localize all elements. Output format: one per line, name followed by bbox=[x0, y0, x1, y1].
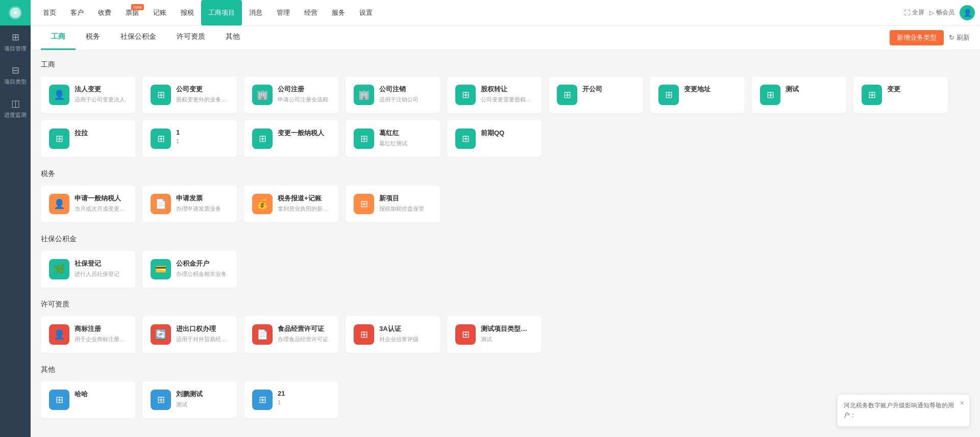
card-icon-symbol: ⊞ bbox=[157, 133, 165, 144]
card-change-tax[interactable]: ⊞ 变更一般纳税人 bbox=[244, 120, 338, 157]
nav-item-accounting[interactable]: 记账 bbox=[146, 0, 174, 25]
card-icon-symbol: 📄 bbox=[257, 329, 268, 340]
card-apply-tax[interactable]: 👤 申请一般纳税人 当月或次月成变更完成 bbox=[41, 186, 135, 222]
tab-social-fund[interactable]: 社保公积金 bbox=[110, 25, 166, 50]
card-change[interactable]: ⊞ 变更 bbox=[853, 76, 948, 113]
card-qiqi-qq[interactable]: ⊞ 前期QQ bbox=[447, 120, 542, 157]
card-info-import-export: 进出口权办理 适用于对外贸易经营者 bbox=[176, 324, 229, 343]
nav-item-operation[interactable]: 经营 bbox=[297, 0, 325, 25]
nav-item-service[interactable]: 服务 bbox=[325, 0, 352, 25]
add-type-button[interactable]: 新增业务类型 bbox=[890, 30, 944, 45]
card-company-cancel[interactable]: 🏢 公司注销 适用于注销公司 bbox=[346, 76, 440, 113]
card-info-new-project: 新项目 报税加税控盘保管 bbox=[379, 194, 432, 213]
card-haha[interactable]: ⊞ 哈哈 bbox=[41, 381, 135, 418]
card-icon-twenty-one: ⊞ bbox=[252, 390, 273, 410]
card-equity-transfer[interactable]: ⊞ 股权转让 公司变更需要股权转让 bbox=[447, 76, 542, 113]
card-name-change: 变更 bbox=[887, 85, 940, 94]
card-icon-symbol: 💳 bbox=[155, 264, 166, 275]
card-icon-test: ⊞ bbox=[760, 85, 780, 105]
card-name-fund-open: 公积金开户 bbox=[176, 259, 229, 268]
sidebar-item-project-mgmt[interactable]: ⊞ 项目管理 bbox=[0, 25, 31, 59]
card-company-register[interactable]: 🏢 公司注册 申请公司注册全流程 bbox=[244, 76, 338, 113]
card-name-new-project: 新项目 bbox=[379, 194, 432, 203]
nav-item-message[interactable]: 消息 bbox=[242, 0, 270, 25]
card-icon-company-change: ⊞ bbox=[151, 85, 171, 105]
card-legal-change[interactable]: 👤 法人变更 适用于公司变更法人 bbox=[41, 76, 135, 113]
card-new-project[interactable]: ⊞ 新项目 报税加税控盘保管 bbox=[346, 186, 440, 222]
nav-item-customer[interactable]: 客户 bbox=[63, 0, 91, 25]
card-icon-symbol: ⊞ bbox=[157, 89, 165, 100]
card-open-company[interactable]: ⊞ 开公司 bbox=[549, 76, 643, 113]
card-apply-invoice[interactable]: 📄 申请发票 办理申请发票业务 bbox=[142, 186, 237, 222]
sidebar-item-project-type[interactable]: ⊟ 项目类型 bbox=[0, 59, 31, 92]
sidebar-item-label: 进度监测 bbox=[4, 111, 27, 119]
card-name-food-license: 食品经营许可证 bbox=[278, 324, 330, 333]
tab-other[interactable]: 其他 bbox=[215, 25, 250, 50]
card-lala[interactable]: ⊞ 拉拉 bbox=[41, 120, 135, 157]
nav-item-business[interactable]: 工商项目 bbox=[201, 0, 242, 25]
card-desc-company-cancel: 适用于注销公司 bbox=[379, 96, 432, 104]
card-icon-symbol: ⊞ bbox=[360, 133, 368, 144]
card-icon-symbol: ⊞ bbox=[462, 329, 470, 340]
card-desc-apply-tax: 当月或次月成变更完成 bbox=[75, 205, 127, 213]
card-social-register[interactable]: 🌿 社保登记 进行人员社保登记 bbox=[41, 251, 135, 288]
card-icon-change-address: ⊞ bbox=[658, 85, 679, 105]
tab-business[interactable]: 工商 bbox=[41, 25, 76, 50]
card-icon-symbol: 🌿 bbox=[54, 264, 65, 275]
card-name-qiqi-qq: 前期QQ bbox=[481, 128, 533, 138]
card-icon-tax-report: 💰 bbox=[252, 194, 273, 214]
nav-item-home[interactable]: 首页 bbox=[36, 0, 63, 25]
notification-text: 河北税务数字账户升级影响通知尊敬的用户： bbox=[844, 401, 963, 420]
card-icon-change: ⊞ bbox=[862, 85, 882, 105]
card-test[interactable]: ⊞ 测试 bbox=[752, 76, 846, 113]
card-icon-qiqi-qq: ⊞ bbox=[455, 128, 476, 149]
card-fund-open[interactable]: 💳 公积金开户 办理公积金相关业务 bbox=[142, 251, 237, 288]
card-tax-report[interactable]: 💰 税务报道+记账 拿到营业执照的新公司 bbox=[244, 186, 338, 222]
card-twenty-one[interactable]: ⊞ 21 1 bbox=[244, 381, 338, 418]
card-info-social-register: 社保登记 进行人员社保登记 bbox=[75, 259, 127, 278]
card-icon-symbol: ⊞ bbox=[360, 198, 368, 210]
card-info-tax-report: 税务报道+记账 拿到营业执照的新公司 bbox=[278, 194, 330, 213]
top-nav: 首页 客户 收费 票据 new 记账 报税 工商项目 消息 bbox=[31, 0, 980, 25]
card-icon-symbol: ⊞ bbox=[259, 394, 266, 405]
notification-close[interactable]: × bbox=[960, 399, 964, 407]
card-info-open-company: 开公司 bbox=[582, 85, 635, 96]
section-title-business: 工商 bbox=[41, 60, 970, 69]
card-icon-symbol: ⊞ bbox=[56, 394, 63, 405]
card-name-company-cancel: 公司注销 bbox=[379, 85, 432, 94]
tax-cards-grid: 👤 申请一般纳税人 当月或次月成变更完成 📄 申请发票 办理申请发票业务 💰 税… bbox=[41, 186, 970, 222]
card-icon-apply-tax: 👤 bbox=[49, 194, 69, 214]
card-3a-cert[interactable]: ⊞ 3A认证 对企业信誉评级 bbox=[346, 316, 440, 353]
card-liupeng-test[interactable]: ⊞ 刘鹏测试 测试 bbox=[142, 381, 237, 418]
card-name-3a-cert: 3A认证 bbox=[379, 324, 432, 333]
vip-btn[interactable]: ▷ 畅会员 bbox=[929, 8, 954, 17]
sidebar-item-progress-monitor[interactable]: ◫ 进度监测 bbox=[0, 92, 31, 125]
card-gehonghong[interactable]: ⊞ 葛红红 葛红红测试 bbox=[346, 120, 440, 157]
card-company-change[interactable]: ⊞ 公司变更 股权变更外的业务变更 bbox=[142, 76, 237, 113]
card-food-license[interactable]: 📄 食品经营许可证 办理食品经营许可证 bbox=[244, 316, 338, 353]
nav-item-management[interactable]: 管理 bbox=[270, 0, 297, 25]
tab-license[interactable]: 许可资质 bbox=[166, 25, 215, 50]
card-desc-social-register: 进行人员社保登记 bbox=[75, 270, 127, 278]
card-test-type-def[interactable]: ⊞ 测试项目类型自定义 测试 bbox=[447, 316, 542, 353]
nav-item-settings[interactable]: 设置 bbox=[352, 0, 380, 25]
card-info-test: 测试 bbox=[786, 85, 838, 96]
card-icon-symbol: ⊞ bbox=[360, 329, 368, 340]
card-desc-legal-change: 适用于公司变更法人 bbox=[75, 96, 127, 104]
card-info-company-cancel: 公司注销 适用于注销公司 bbox=[379, 85, 432, 104]
card-icon-symbol: ⊞ bbox=[462, 89, 470, 100]
card-change-address[interactable]: ⊞ 变更地址 bbox=[650, 76, 745, 113]
avatar[interactable]: 👤 bbox=[960, 5, 975, 20]
fullscreen-btn[interactable]: ⛶ 全屏 bbox=[904, 8, 924, 17]
nav-item-billing[interactable]: 收费 bbox=[91, 0, 118, 25]
card-name-apply-invoice: 申请发票 bbox=[176, 194, 229, 203]
sidebar-logo[interactable] bbox=[0, 0, 31, 25]
refresh-button[interactable]: ↻ 刷新 bbox=[949, 33, 970, 42]
card-trademark[interactable]: 👤 商标注册 用于企业商标注册服务 bbox=[41, 316, 135, 353]
card-one[interactable]: ⊞ 1 1 bbox=[142, 120, 237, 157]
nav-item-tax[interactable]: 报税 bbox=[174, 0, 201, 25]
card-import-export[interactable]: 🔄 进出口权办理 适用于对外贸易经营者 bbox=[142, 316, 237, 353]
tab-tax[interactable]: 税务 bbox=[76, 25, 110, 50]
nav-item-invoice[interactable]: 票据 new bbox=[118, 0, 146, 25]
card-desc-liupeng-test: 测试 bbox=[176, 401, 229, 408]
